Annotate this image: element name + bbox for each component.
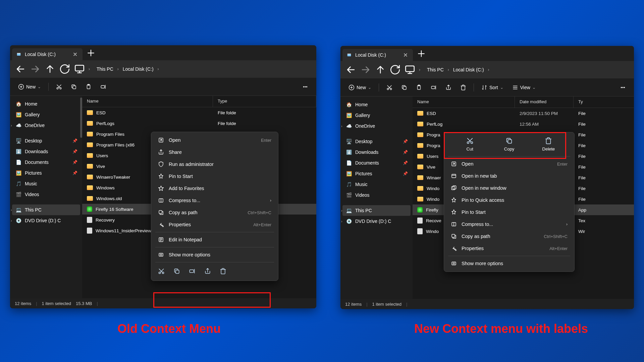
ctx-open[interactable]: OpenEnter xyxy=(446,158,572,170)
col-type[interactable]: Ty xyxy=(574,97,634,108)
sidebar-pictures[interactable]: 🖼️Pictures📌 xyxy=(342,168,411,179)
ctx-edit-notepad[interactable]: Edit in Notepad xyxy=(153,234,276,246)
sidebar-this-pc[interactable]: ›💻This PC xyxy=(342,205,411,216)
file-type: Tex xyxy=(574,218,634,223)
sidebar-documents[interactable]: 📄Documents📌 xyxy=(12,157,80,168)
ctx-rename-icon-button[interactable] xyxy=(187,266,197,276)
ctx-icon-row xyxy=(153,264,276,279)
ctx-compress[interactable]: Compress to...› xyxy=(446,218,572,230)
ctx-share[interactable]: Share xyxy=(153,146,276,158)
close-tab-button[interactable] xyxy=(403,52,408,58)
view-button[interactable]: View⌄ xyxy=(509,82,539,93)
ctx-delete-button[interactable]: Delete xyxy=(537,137,560,152)
sidebar-downloads[interactable]: ⬇️Downloads📌 xyxy=(12,146,80,157)
ctx-cut-button[interactable]: Cut xyxy=(458,137,482,152)
col-name[interactable]: Name xyxy=(82,96,213,107)
sidebar-home[interactable]: 🏠Home xyxy=(12,99,80,109)
sidebar-gallery[interactable]: 🖼️Gallery xyxy=(342,110,411,121)
new-tab-button[interactable] xyxy=(86,48,96,58)
sidebar-downloads[interactable]: ⬇️Downloads📌 xyxy=(342,147,411,158)
breadcrumb-this-pc[interactable]: This PC xyxy=(95,65,115,73)
tab-local-disk[interactable]: Local Disk (C:) xyxy=(12,48,83,60)
more-button[interactable] xyxy=(299,81,312,93)
ctx-delete-icon-button[interactable] xyxy=(218,266,228,276)
back-button[interactable] xyxy=(345,64,357,75)
tab-local-disk[interactable]: Local Disk (C:) xyxy=(342,49,413,61)
sidebar-music[interactable]: 🎵Music xyxy=(342,179,411,190)
back-button[interactable] xyxy=(15,63,26,75)
forward-button[interactable] xyxy=(30,63,41,75)
breadcrumb-local-disk[interactable]: Local Disk (C:) xyxy=(451,66,486,74)
col-name[interactable]: Name xyxy=(413,97,515,108)
sidebar-dvd[interactable]: ›💿DVD Drive (D:) C xyxy=(342,216,411,227)
pc-icon-button[interactable] xyxy=(74,63,85,75)
chevron-right-icon: › xyxy=(341,124,342,128)
ctx-open-tab[interactable]: Open in new tab xyxy=(446,170,572,182)
delete-button[interactable] xyxy=(457,82,470,93)
file-row[interactable]: ESD File folde xyxy=(82,107,316,118)
breadcrumb-local-disk[interactable]: Local Disk (C:) xyxy=(121,65,156,73)
ctx-label: Copy as path xyxy=(169,210,197,215)
sidebar-desktop[interactable]: 🖥️Desktop📌 xyxy=(342,136,411,147)
sidebar-home[interactable]: 🏠Home xyxy=(342,99,411,110)
sidebar-gallery[interactable]: 🖼️Gallery xyxy=(12,109,80,120)
sidebar-documents[interactable]: 📄Documents📌 xyxy=(342,158,411,168)
more-button[interactable] xyxy=(616,82,629,93)
rename-button[interactable] xyxy=(427,82,440,93)
col-type[interactable]: Type xyxy=(213,96,316,107)
new-button[interactable]: New⌄ xyxy=(15,81,44,93)
paste-button[interactable] xyxy=(82,81,95,93)
pc-icon-button[interactable] xyxy=(404,64,416,75)
ctx-pin-start[interactable]: Pin to Start xyxy=(153,170,276,182)
ctx-open-win[interactable]: Open in new window xyxy=(446,182,572,194)
sidebar-onedrive[interactable]: ›☁️OneDrive xyxy=(12,120,80,131)
close-tab-button[interactable] xyxy=(72,52,78,57)
new-tab-button[interactable] xyxy=(416,49,426,59)
ctx-label: Open in new window xyxy=(462,185,506,191)
share-button[interactable] xyxy=(442,82,455,93)
pin-icon: 📌 xyxy=(72,160,77,165)
ctx-more-options[interactable]: Show more options xyxy=(446,257,572,269)
breadcrumb-this-pc[interactable]: This PC xyxy=(425,66,446,74)
up-button[interactable] xyxy=(44,63,56,75)
sidebar-pictures[interactable]: 🖼️Pictures📌 xyxy=(12,168,80,178)
copy-button[interactable] xyxy=(398,82,411,93)
sidebar-desktop[interactable]: 🖥️Desktop📌 xyxy=(12,135,80,146)
ctx-compress[interactable]: Compress to...› xyxy=(153,194,276,206)
ctx-copy-path[interactable]: Copy as pathCtrl+Shift+C xyxy=(446,230,572,242)
sidebar-onedrive[interactable]: ›☁️OneDrive xyxy=(342,121,411,131)
up-button[interactable] xyxy=(375,64,386,75)
ctx-copy-path[interactable]: Copy as pathCtrl+Shift+C xyxy=(153,206,276,219)
sidebar-dvd[interactable]: ›💿DVD Drive (D:) C xyxy=(12,215,80,226)
refresh-button[interactable] xyxy=(59,63,70,75)
copy-button[interactable] xyxy=(67,81,80,93)
ctx-open[interactable]: OpenEnter xyxy=(153,134,276,146)
sidebar-music[interactable]: 🎵Music xyxy=(12,178,80,189)
forward-button[interactable] xyxy=(360,64,371,75)
sidebar-videos[interactable]: 🎬Videos xyxy=(12,189,80,200)
ctx-add-fav[interactable]: Add to Favorites xyxy=(153,182,276,194)
ctx-properties[interactable]: PropertiesAlt+Enter xyxy=(446,242,572,254)
ctx-copy-button[interactable]: Copy xyxy=(497,137,521,152)
ctx-pin-qa[interactable]: Pin to Quick access xyxy=(446,194,572,206)
cloud-icon: ☁️ xyxy=(346,123,352,129)
paste-button[interactable] xyxy=(413,82,425,93)
ctx-share-icon-button[interactable] xyxy=(203,266,212,276)
file-row[interactable]: ESD 2/9/2023 11:50 PM File xyxy=(413,108,634,119)
sort-button[interactable]: Sort⌄ xyxy=(478,82,507,93)
refresh-button[interactable] xyxy=(389,64,401,75)
ctx-copy-icon-button[interactable] xyxy=(172,266,181,276)
sidebar-this-pc[interactable]: ›💻This PC xyxy=(12,204,80,215)
ctx-more-options[interactable]: Show more options xyxy=(153,249,276,261)
ctx-properties[interactable]: PropertiesAlt+Enter xyxy=(153,219,276,231)
ctx-pin-start[interactable]: Pin to Start xyxy=(446,206,572,218)
sidebar-videos[interactable]: 🎬Videos xyxy=(342,190,411,200)
new-button[interactable]: New⌄ xyxy=(345,82,375,93)
cut-button[interactable] xyxy=(383,82,396,93)
cut-button[interactable] xyxy=(53,81,65,93)
file-row[interactable]: PerfLogs File folde xyxy=(82,118,316,129)
col-date[interactable]: Date modified xyxy=(515,97,574,108)
file-row[interactable]: PerfLog 12:56 AM File xyxy=(413,119,634,129)
rename-button[interactable] xyxy=(97,81,110,93)
ctx-runas[interactable]: Run as administrator xyxy=(153,158,276,170)
